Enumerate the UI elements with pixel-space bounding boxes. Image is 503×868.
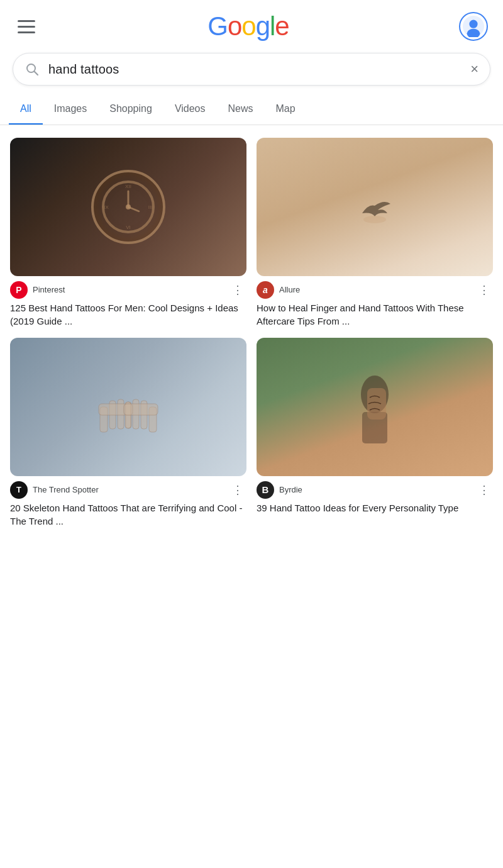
svg-rect-23 (124, 404, 158, 415)
allure-logo: a (257, 281, 274, 299)
pinterest-logo: P (10, 281, 28, 299)
hamburger-line-2 (18, 26, 35, 28)
bird-tattoo-art (350, 182, 400, 232)
svg-text:III: III (148, 204, 153, 210)
result-source-2: a Allure ⋮ (257, 281, 493, 299)
logo-g: G (207, 11, 228, 41)
svg-text:IX: IX (104, 204, 109, 210)
result-card-4[interactable]: B Byrdie ⋮ 39 Hand Tattoo Ideas for Ever… (257, 338, 493, 528)
result-title-4: 39 Hand Tattoo Ideas for Every Personali… (257, 501, 493, 515)
logo-o2: o (241, 11, 255, 41)
result-card-2[interactable]: a Allure ⋮ How to Heal Finger and Hand T… (257, 138, 493, 328)
result-source-4: B Byrdie ⋮ (257, 481, 493, 499)
tab-images[interactable]: Images (43, 94, 98, 125)
svg-line-4 (35, 72, 38, 75)
svg-point-13 (363, 216, 386, 223)
source-name-1: Pinterest (33, 285, 224, 294)
search-query-text[interactable]: hand tattoos (48, 62, 462, 77)
search-bar-container: hand tattoos × (0, 48, 503, 94)
result-card-1[interactable]: XII VI IX III P Pinterest ⋮ 125 Best Han… (10, 138, 246, 328)
result-card-3[interactable]: T The Trend Spotter ⋮ 20 Skeleton Hand T… (10, 338, 246, 528)
result-title-1: 125 Best Hand Tattoos For Men: Cool Desi… (10, 301, 246, 328)
tab-all[interactable]: All (9, 94, 43, 125)
source-name-2: Allure (279, 285, 471, 294)
logo-e: e (275, 11, 289, 41)
google-logo: Google (207, 11, 289, 42)
search-icon-wrap (25, 62, 40, 77)
result-title-3: 20 Skeleton Hand Tattoos That are Terrif… (10, 501, 246, 528)
more-options-1[interactable]: ⋮ (229, 282, 246, 298)
svg-text:XII: XII (125, 184, 131, 189)
byrdie-logo: B (257, 481, 274, 499)
source-name-3: The Trend Spotter (33, 485, 224, 494)
result-image-4 (257, 338, 493, 476)
rihanna-tattoo-art (343, 369, 406, 445)
clear-search-button[interactable]: × (470, 61, 478, 77)
tab-shopping[interactable]: Shopping (98, 94, 163, 125)
more-options-2[interactable]: ⋮ (476, 282, 493, 298)
search-icon (25, 62, 40, 77)
logo-o1: o (228, 11, 241, 41)
result-source-1: P Pinterest ⋮ (10, 281, 246, 299)
result-image-1: XII VI IX III (10, 138, 246, 276)
logo-g2: g (256, 11, 270, 41)
hamburger-line-3 (18, 31, 35, 33)
user-avatar-icon (463, 16, 484, 37)
tab-videos[interactable]: Videos (163, 94, 217, 125)
hamburger-line-1 (18, 20, 35, 22)
svg-text:VI: VI (126, 225, 131, 230)
user-avatar[interactable] (459, 12, 488, 41)
search-tabs: All Images Shopping Videos News Map (0, 94, 503, 125)
result-title-2: How to Heal Finger and Hand Tattoos With… (257, 301, 493, 328)
more-options-3[interactable]: ⋮ (229, 482, 246, 498)
more-options-4[interactable]: ⋮ (476, 482, 493, 498)
tab-news[interactable]: News (217, 94, 265, 125)
source-name-4: Byrdie (279, 485, 471, 494)
hamburger-menu-button[interactable] (15, 18, 38, 36)
header: Google (0, 0, 503, 48)
svg-point-1 (469, 20, 477, 28)
tab-map[interactable]: Map (265, 94, 307, 125)
svg-rect-26 (367, 388, 386, 420)
result-image-3 (10, 338, 246, 476)
results-grid: XII VI IX III P Pinterest ⋮ 125 Best Han… (0, 125, 503, 540)
clock-tattoo-art: XII VI IX III (100, 179, 157, 235)
trendspotter-logo: T (10, 481, 28, 499)
skeleton-tattoo-art (94, 369, 163, 445)
svg-point-8 (126, 204, 131, 209)
result-source-3: T The Trend Spotter ⋮ (10, 481, 246, 499)
result-image-2 (257, 138, 493, 276)
search-bar[interactable]: hand tattoos × (13, 53, 490, 86)
svg-point-5 (103, 182, 153, 232)
svg-line-7 (128, 207, 139, 211)
